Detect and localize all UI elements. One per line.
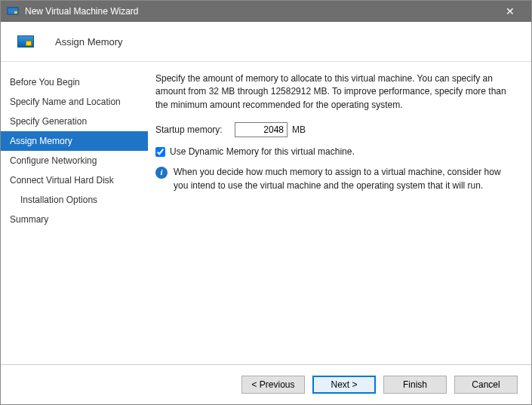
info-icon: i	[155, 167, 168, 179]
dynamic-memory-label[interactable]: Use Dynamic Memory for this virtual mach…	[170, 146, 355, 157]
dynamic-memory-checkbox[interactable]	[155, 147, 165, 157]
description-text: Specify the amount of memory to allocate…	[155, 72, 518, 112]
next-button[interactable]: Next >	[312, 376, 376, 394]
step-before-you-begin[interactable]: Before You Begin	[1, 72, 148, 92]
dynamic-memory-row: Use Dynamic Memory for this virtual mach…	[155, 146, 518, 157]
step-connect-vhd[interactable]: Connect Virtual Hard Disk	[1, 170, 148, 190]
wizard-steps-sidebar: Before You Begin Specify Name and Locati…	[1, 62, 148, 364]
wizard-window: New Virtual Machine Wizard ✕ Assign Memo…	[0, 0, 532, 405]
step-installation-options[interactable]: Installation Options	[1, 190, 148, 210]
wizard-footer: < Previous Next > Finish Cancel	[1, 364, 531, 404]
startup-memory-input[interactable]	[235, 122, 288, 137]
close-button[interactable]: ✕	[495, 5, 525, 17]
svg-rect-1	[14, 11, 17, 14]
wizard-header: Assign Memory	[1, 22, 531, 62]
step-summary[interactable]: Summary	[1, 210, 148, 229]
startup-memory-row: Startup memory: MB	[155, 122, 518, 137]
wizard-content: Specify the amount of memory to allocate…	[148, 62, 531, 364]
window-title: New Virtual Machine Wizard	[25, 6, 495, 17]
title-bar: New Virtual Machine Wizard ✕	[1, 1, 531, 22]
app-icon	[7, 5, 19, 17]
startup-memory-unit: MB	[292, 124, 306, 135]
step-assign-memory[interactable]: Assign Memory	[1, 131, 148, 151]
cancel-button[interactable]: Cancel	[454, 376, 518, 394]
step-configure-networking[interactable]: Configure Networking	[1, 151, 148, 170]
startup-memory-label: Startup memory:	[155, 124, 235, 135]
page-title: Assign Memory	[55, 36, 123, 48]
wizard-header-icon	[17, 35, 34, 48]
step-specify-name-location[interactable]: Specify Name and Location	[1, 92, 148, 112]
previous-button[interactable]: < Previous	[241, 376, 305, 394]
info-row: i When you decide how much memory to ass…	[155, 166, 518, 192]
step-specify-generation[interactable]: Specify Generation	[1, 112, 148, 131]
finish-button[interactable]: Finish	[383, 376, 447, 394]
info-text: When you decide how much memory to assig…	[174, 166, 518, 192]
wizard-body: Before You Begin Specify Name and Locati…	[1, 62, 531, 364]
